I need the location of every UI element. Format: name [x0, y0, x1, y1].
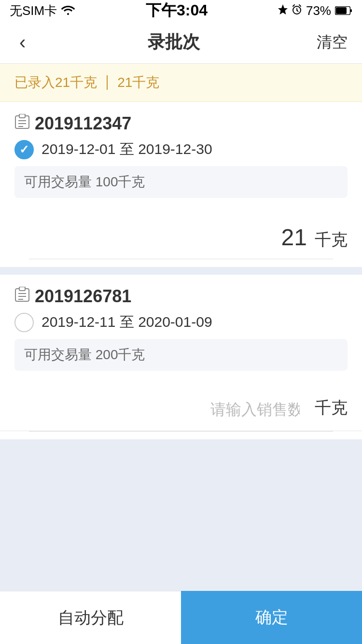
- alarm-icon: [292, 3, 302, 18]
- batch-2-unit: 千克: [315, 397, 348, 419]
- confirm-button[interactable]: 确定: [181, 591, 362, 644]
- page-title: 录批次: [148, 30, 200, 54]
- section-separator-1: [0, 267, 362, 275]
- batch-1-card: 2019112347 2019-12-01 至 2019-12-30 可用交易量…: [0, 102, 362, 267]
- wifi-icon: [61, 3, 75, 18]
- bottom-bar: 自动分配 确定: [0, 591, 362, 644]
- batch-1-unit: 千克: [315, 229, 348, 251]
- batch-1-icon: [14, 114, 30, 133]
- batch-2-qty-input[interactable]: [210, 397, 307, 419]
- already-recorded-label: 已录入21千克: [14, 73, 97, 92]
- batch-1-date: 2019-12-01 至 2019-12-30: [42, 140, 212, 159]
- batch-2-id: 2019126781: [35, 286, 131, 307]
- back-button[interactable]: ‹: [14, 27, 30, 58]
- clear-button[interactable]: 清空: [317, 32, 348, 53]
- batch-2-icon: [14, 287, 30, 306]
- svg-rect-3: [350, 9, 352, 12]
- batch-1-id: 2019112347: [35, 113, 131, 134]
- batch-2-available-qty: 可用交易量 200千克: [24, 347, 145, 362]
- battery-icon: [335, 3, 352, 18]
- batch-2-date: 2019-12-11 至 2020-01-09: [42, 312, 212, 332]
- batch-2-input-row: 千克: [0, 387, 362, 431]
- battery-percentage: 73%: [306, 3, 331, 18]
- batch-1-qty-value: 21: [281, 224, 307, 251]
- location-icon: [278, 3, 288, 18]
- status-time: 下午3:04: [146, 0, 208, 21]
- svg-rect-2: [336, 7, 347, 14]
- auto-distribute-button[interactable]: 自动分配: [0, 591, 181, 644]
- batch-2-qty-box: 可用交易量 200千克: [14, 339, 348, 371]
- batch-1-qty-box: 可用交易量 100千克: [14, 166, 348, 198]
- batch-1-value-row: 21 千克: [0, 214, 362, 251]
- svg-rect-10: [19, 287, 25, 291]
- status-bar: 无SIM卡 下午3:04 73%: [0, 0, 362, 21]
- info-banner: 已录入21千克 21千克: [0, 64, 362, 102]
- svg-rect-5: [19, 114, 25, 118]
- batch-1-radio[interactable]: [14, 140, 34, 159]
- batch-1-available-qty: 可用交易量 100千克: [24, 174, 145, 189]
- nav-bar: ‹ 录批次 清空: [0, 21, 362, 64]
- info-divider: [107, 75, 108, 90]
- batch-2-card: 2019126781 2019-12-11 至 2020-01-09 可用交易量…: [0, 275, 362, 439]
- total-label: 21千克: [117, 73, 159, 92]
- batch-2-radio[interactable]: [14, 313, 34, 332]
- no-sim-text: 无SIM卡: [10, 2, 57, 19]
